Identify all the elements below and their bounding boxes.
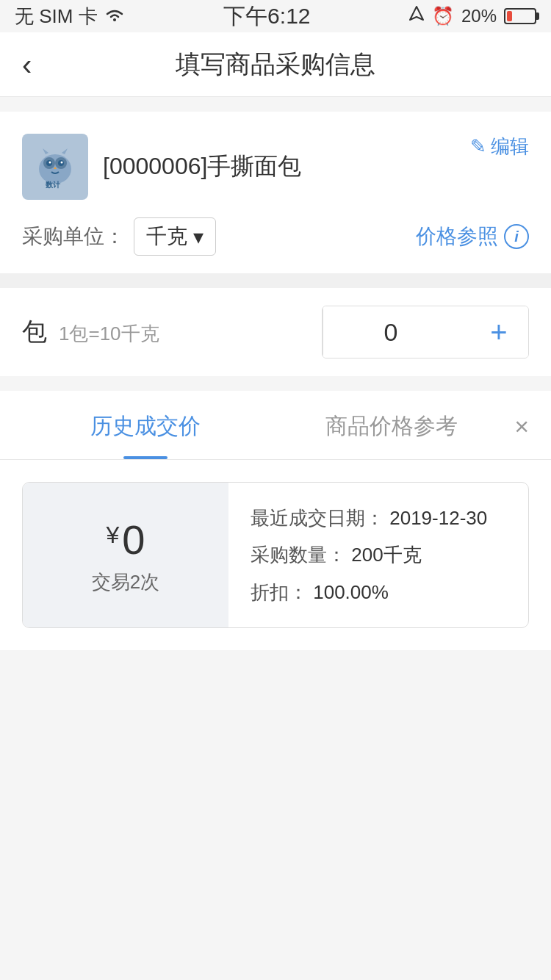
qty-value: 200千克 <box>351 544 421 566</box>
date-label: 最近成交日期： <box>251 507 384 529</box>
status-right: ⏰ 20% <box>408 5 536 27</box>
location-icon <box>408 5 425 27</box>
transaction-count: 交易2次 <box>92 569 159 595</box>
battery-icon <box>504 8 536 24</box>
qty-ratio: 1包=10千克 <box>59 321 159 347</box>
tab-close-button[interactable]: × <box>514 392 529 458</box>
status-bar: 无 SIM 卡 下午6:12 ⏰ 20% <box>0 0 551 32</box>
tab-price-ref[interactable]: 商品价格参考 <box>268 391 514 459</box>
tabs-header: 历史成交价 商品价格参考 × <box>0 391 551 460</box>
owl-logo-icon: 数计 <box>29 141 81 192</box>
battery-percent: 20% <box>461 6 497 26</box>
currency-symbol: ¥ <box>107 522 120 549</box>
page-title: 填写商品采购信息 <box>176 48 375 82</box>
alarm-icon: ⏰ <box>432 6 454 26</box>
product-image: 数计 <box>22 134 88 200</box>
unit-label-text: 采购单位： <box>22 223 125 251</box>
price-ref-label: 价格参照 <box>416 223 498 251</box>
transaction-card: ¥ 0 交易2次 最近成交日期： 2019-12-30 采购数量： 200千克 … <box>22 482 529 628</box>
tab-content: ¥ 0 交易2次 最近成交日期： 2019-12-30 采购数量： 200千克 … <box>0 460 551 650</box>
detail-date-row: 最近成交日期： 2019-12-30 <box>251 505 506 531</box>
bottom-space <box>0 650 551 980</box>
tab-history-price[interactable]: 历史成交价 <box>22 391 268 459</box>
qty-plus-button[interactable]: + <box>469 306 528 358</box>
unit-select-dropdown[interactable]: 千克 ▾ <box>134 217 216 256</box>
quantity-label: 包 1包=10千克 <box>22 315 159 349</box>
section-divider <box>0 273 551 288</box>
detail-qty-row: 采购数量： 200千克 <box>251 541 506 568</box>
product-name: [0000006]手撕面包 <box>103 151 301 183</box>
dropdown-arrow-icon: ▾ <box>193 225 204 249</box>
date-value: 2019-12-30 <box>389 507 487 529</box>
status-left: 无 SIM 卡 <box>15 4 126 29</box>
svg-text:数计: 数计 <box>45 181 61 189</box>
product-section: 数计 [0000006]手撕面包 ✎ 编辑 采购单位： 千克 ▾ 价格参照 i <box>0 112 551 273</box>
discount-label: 折扣： <box>251 581 308 603</box>
edit-icon: ✎ <box>470 135 486 158</box>
svg-marker-10 <box>62 148 68 154</box>
back-button[interactable]: ‹ <box>22 50 32 79</box>
svg-point-0 <box>113 18 116 21</box>
transaction-price-panel: ¥ 0 交易2次 <box>23 483 228 627</box>
svg-marker-9 <box>43 148 48 154</box>
transaction-price: ¥ 0 <box>107 516 145 563</box>
svg-point-6 <box>49 162 51 164</box>
tabs-panel: 历史成交价 商品价格参考 × ¥ 0 交易2次 最近成交日期： 2019-12-… <box>0 391 551 650</box>
info-icon: i <box>504 224 529 249</box>
product-unit-row: 采购单位： 千克 ▾ 价格参照 i <box>22 217 529 256</box>
price-value: 0 <box>122 516 145 563</box>
carrier-label: 无 SIM 卡 <box>15 4 98 29</box>
quantity-section: 包 1包=10千克 + <box>0 288 551 376</box>
qty-label: 采购数量： <box>251 544 346 566</box>
nav-bar: ‹ 填写商品采购信息 <box>0 32 551 97</box>
product-header: 数计 [0000006]手撕面包 ✎ 编辑 <box>22 134 529 200</box>
transaction-details-panel: 最近成交日期： 2019-12-30 采购数量： 200千克 折扣： 100.0… <box>228 483 528 627</box>
price-ref-button[interactable]: 价格参照 i <box>416 223 529 251</box>
edit-label: 编辑 <box>491 134 529 159</box>
unit-label: 采购单位： 千克 ▾ <box>22 217 216 256</box>
qty-control: + <box>322 306 529 359</box>
status-time: 下午6:12 <box>223 1 310 32</box>
wifi-icon <box>104 5 126 28</box>
quantity-input[interactable] <box>323 306 469 358</box>
edit-button[interactable]: ✎ 编辑 <box>470 134 529 159</box>
detail-discount-row: 折扣： 100.00% <box>251 579 506 605</box>
qty-unit: 包 <box>22 315 47 349</box>
discount-value: 100.00% <box>313 581 389 603</box>
svg-point-7 <box>61 162 63 164</box>
unit-value: 千克 <box>146 223 187 251</box>
product-left: 数计 [0000006]手撕面包 <box>22 134 301 200</box>
